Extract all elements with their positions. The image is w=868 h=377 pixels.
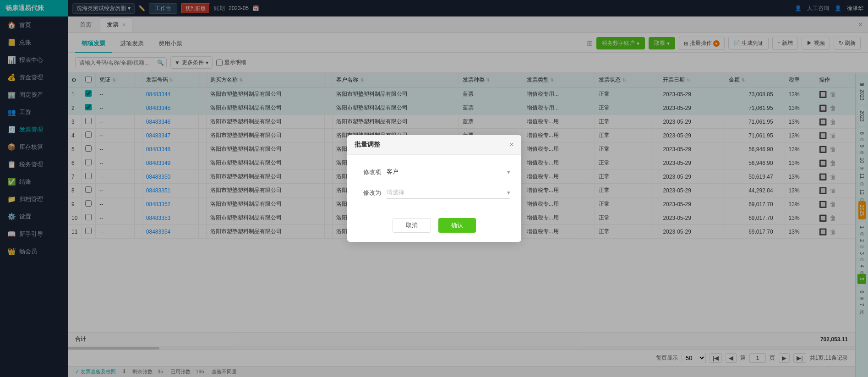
dialog-overlay: 批量调整 × 修改项 客户 ▾ 修改为 请选择 ▾ 取消 确认 (0, 0, 868, 377)
dialog-title: 批量调整 (355, 141, 380, 149)
change-chevron-down-icon: ▾ (507, 189, 510, 196)
dialog-change-select[interactable]: 请选择 ▾ (387, 186, 510, 199)
dialog-confirm-button[interactable]: 确认 (438, 218, 476, 233)
dialog-cancel-button[interactable]: 取消 (393, 218, 431, 233)
dialog-change-row: 修改为 请选择 ▾ (358, 186, 510, 199)
dialog-change-placeholder: 请选择 (387, 188, 404, 197)
dialog-header: 批量调整 × (347, 135, 521, 155)
dialog-close-button[interactable]: × (509, 141, 513, 149)
dialog-field-select[interactable]: 客户 ▾ (387, 166, 510, 178)
dialog-footer: 取消 确认 (347, 214, 521, 242)
dialog-field-row: 修改项 客户 ▾ (358, 166, 510, 178)
dialog-body: 修改项 客户 ▾ 修改为 请选择 ▾ (347, 155, 521, 214)
dialog-change-label: 修改为 (358, 189, 381, 197)
field-chevron-down-icon: ▾ (507, 169, 510, 175)
dialog-field-value: 客户 (387, 168, 399, 176)
dialog-field-label: 修改项 (358, 168, 381, 176)
batch-adjust-dialog: 批量调整 × 修改项 客户 ▾ 修改为 请选择 ▾ 取消 确认 (347, 135, 521, 242)
